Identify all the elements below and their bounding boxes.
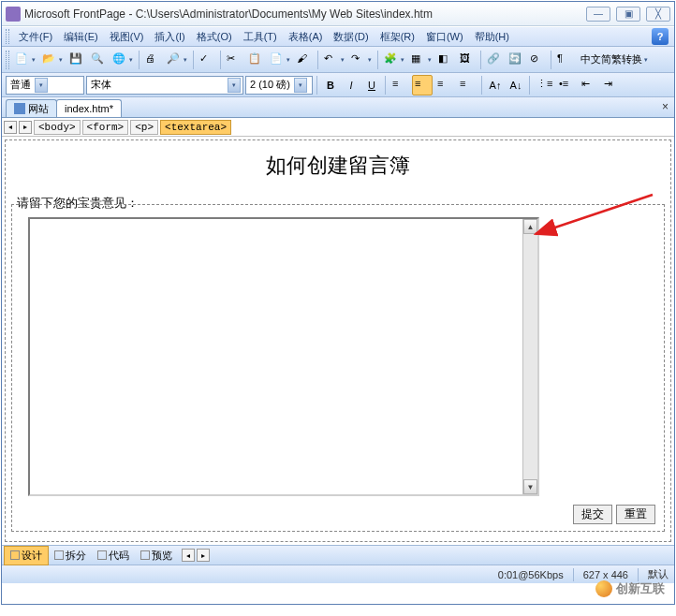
component-button[interactable]: 🧩	[381, 50, 407, 70]
copy-icon: 📋	[248, 52, 263, 67]
stop-button[interactable]: ⊘	[527, 50, 548, 70]
chevron-down-icon[interactable]: ▾	[35, 78, 48, 93]
crumb-body[interactable]: <body>	[34, 120, 81, 135]
redo-button[interactable]: ↷	[348, 50, 375, 70]
scroll-up-button[interactable]: ▲	[523, 219, 537, 234]
tab-code[interactable]: 代码	[92, 547, 135, 565]
new-button[interactable]: 📄	[12, 50, 38, 70]
crumb-prev-button[interactable]: ◂	[4, 121, 17, 134]
paste-button[interactable]: 📄	[267, 50, 293, 70]
refresh-button[interactable]: 🔄	[506, 50, 526, 70]
size-combo[interactable]: 2 (10 磅)▾	[245, 76, 313, 95]
menu-edit[interactable]: 编辑(E)	[58, 28, 104, 46]
close-button[interactable]: ╳	[646, 7, 670, 22]
submit-button[interactable]: 提交	[573, 505, 612, 524]
pilcrow-icon: ¶	[557, 52, 572, 67]
print-button[interactable]: 🖨	[142, 50, 163, 70]
decrease-font-button[interactable]: A↓	[507, 75, 525, 95]
grip-handle[interactable]	[6, 51, 9, 69]
reset-button[interactable]: 重置	[616, 505, 655, 524]
help-icon[interactable]: ?	[652, 28, 669, 45]
crumb-textarea[interactable]: <textarea>	[160, 120, 231, 135]
crumb-p[interactable]: <p>	[130, 120, 158, 135]
tab-index[interactable]: index.htm*	[56, 99, 122, 117]
menu-table[interactable]: 表格(A)	[283, 28, 329, 46]
menu-data[interactable]: 数据(D)	[328, 28, 374, 46]
textarea-scrollbar[interactable]: ▲ ▼	[522, 219, 537, 494]
menu-help[interactable]: 帮助(H)	[469, 28, 515, 46]
menu-format[interactable]: 格式(O)	[191, 28, 238, 46]
outdent-icon: ⇤	[581, 78, 596, 93]
increase-font-button[interactable]: A↑	[486, 75, 505, 95]
italic-button[interactable]: I	[342, 75, 360, 95]
bold-button[interactable]: B	[321, 75, 340, 95]
standard-toolbar: 📄 📂 💾 🔍 🌐 🖨 🔎 ✓ ✂ 📋 📄 🖌 ↶ ↷ 🧩 ▦ ◧ 🖼 🔗 🔄 …	[2, 47, 674, 73]
align-right-button[interactable]: ≡	[434, 75, 455, 95]
crumb-form[interactable]: <form>	[82, 120, 129, 135]
indent-button[interactable]: ⇥	[601, 75, 622, 95]
font-shrink-icon: A↓	[510, 80, 522, 91]
picture-button[interactable]: 🖼	[457, 50, 478, 70]
underline-button[interactable]: U	[362, 75, 381, 95]
close-tab-button[interactable]: ×	[662, 100, 669, 113]
align-justify-button[interactable]: ≡	[457, 75, 478, 95]
grip-handle[interactable]	[6, 29, 9, 44]
undo-button[interactable]: ↶	[321, 50, 347, 70]
cut-button[interactable]: ✂	[224, 50, 244, 70]
save-button[interactable]: 💾	[66, 50, 87, 70]
spellcheck-icon: ✓	[199, 52, 214, 67]
document-tabs: 网站 index.htm* ×	[2, 97, 674, 118]
align-left-icon: ≡	[392, 78, 407, 93]
numbered-list-button[interactable]: ⋮≡	[534, 75, 554, 95]
view-prev-button[interactable]: ◂	[182, 549, 195, 562]
open-button[interactable]: 📂	[39, 50, 66, 70]
menu-insert[interactable]: 插入(I)	[149, 28, 190, 46]
format-toolbar: 普通▾ 宋体▾ 2 (10 磅)▾ B I U ≡ ≡ ≡ ≡ A↑ A↓ ⋮≡…	[2, 73, 674, 97]
titlebar: Microsoft FrontPage - C:\Users\Administr…	[2, 2, 674, 26]
preview-button[interactable]: 🔎	[164, 50, 190, 70]
font-combo[interactable]: 宋体▾	[86, 76, 243, 95]
show-all-button[interactable]: ¶	[554, 50, 575, 70]
textarea-control[interactable]: ▲ ▼	[28, 217, 556, 496]
open-folder-icon: 📂	[42, 52, 57, 67]
ul-icon: •≡	[559, 78, 574, 93]
spellcheck-button[interactable]: ✓	[197, 50, 217, 70]
undo-icon: ↶	[324, 52, 339, 67]
menu-view[interactable]: 视图(V)	[104, 28, 150, 46]
chevron-down-icon[interactable]: ▾	[294, 78, 307, 93]
tab-preview[interactable]: 预览	[135, 547, 178, 565]
tab-split[interactable]: 拆分	[49, 547, 92, 565]
table-button[interactable]: ▦	[408, 50, 434, 70]
format-painter-button[interactable]: 🖌	[294, 50, 315, 70]
scroll-down-button[interactable]: ▼	[523, 479, 537, 494]
hyperlink-button[interactable]: 🔗	[484, 50, 505, 70]
publish-button[interactable]: 🌐	[110, 50, 136, 70]
menu-window[interactable]: 窗口(W)	[420, 28, 469, 46]
menu-tools[interactable]: 工具(T)	[238, 28, 283, 46]
tab-website[interactable]: 网站	[6, 99, 57, 117]
design-editor[interactable]: 如何创建留言簿 请留下您的宝贵意见： ▲ ▼ 提交 重置	[2, 137, 674, 545]
font-grow-icon: A↑	[490, 80, 502, 91]
status-dimensions: 627 x 446	[583, 569, 628, 580]
outdent-button[interactable]: ⇤	[579, 75, 599, 95]
style-combo[interactable]: 普通▾	[6, 76, 84, 95]
align-justify-icon: ≡	[460, 78, 475, 93]
page-heading[interactable]: 如何创建留言簿	[6, 140, 670, 187]
chevron-down-icon[interactable]: ▾	[228, 78, 241, 93]
zh-convert-button[interactable]: 中文简繁转换	[576, 50, 653, 70]
view-next-button[interactable]: ▸	[197, 549, 210, 562]
maximize-button[interactable]: ▣	[616, 7, 640, 22]
tab-design[interactable]: 设计	[4, 546, 49, 565]
window-title: Microsoft FrontPage - C:\Users\Administr…	[24, 7, 586, 21]
menu-file[interactable]: 文件(F)	[13, 28, 58, 46]
align-center-button[interactable]: ≡	[412, 75, 433, 95]
bullet-list-button[interactable]: •≡	[556, 75, 577, 95]
copy-button[interactable]: 📋	[245, 50, 266, 70]
layer-button[interactable]: ◧	[435, 50, 456, 70]
textarea-box[interactable]: ▲ ▼	[28, 217, 539, 496]
minimize-button[interactable]: —	[586, 7, 610, 22]
search-button[interactable]: 🔍	[88, 50, 109, 70]
crumb-next-button[interactable]: ▸	[19, 121, 32, 134]
align-left-button[interactable]: ≡	[389, 75, 410, 95]
menu-frame[interactable]: 框架(R)	[375, 28, 420, 46]
